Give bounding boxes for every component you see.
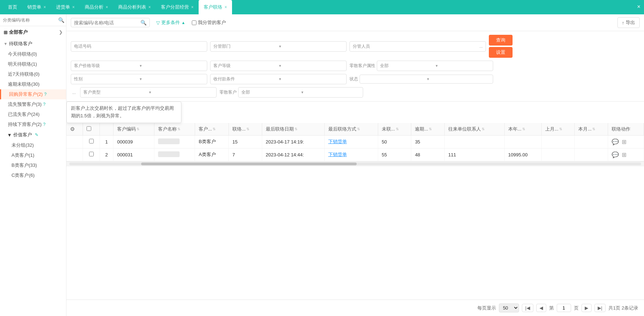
- row1-checkbox[interactable]: [89, 139, 94, 143]
- sidebar-item-tomorrow-pending[interactable]: 明天待联络(1): [0, 59, 66, 69]
- horizontal-scrollbar[interactable]: [66, 161, 644, 166]
- data-table: ⚙ 客户编码 ⇅: [66, 123, 644, 161]
- col-last-month-sort[interactable]: 上月... ⇅: [545, 126, 571, 132]
- gender-select[interactable]: 性别 ▾: [71, 74, 207, 84]
- sidebar-item-repurchase-abnormal[interactable]: 回购异常客户(2) ?: [0, 89, 66, 99]
- status-select[interactable]: ▾: [360, 75, 493, 84]
- filter-more-btn[interactable]: ...: [71, 90, 77, 95]
- sidebar-item-already-lost[interactable]: 已流失客户(24): [0, 109, 66, 119]
- col-last-contact-method-sort[interactable]: 最后联络方式 ⇅: [328, 126, 374, 132]
- col-name-sort[interactable]: 客户名称 ⇅: [158, 126, 191, 132]
- nav-customer-contact[interactable]: 客户联络 ×: [199, 0, 232, 14]
- more-filter-btn[interactable]: ▽ 更多条件 ▲: [153, 18, 188, 27]
- col-overdue-sort[interactable]: 逾期... ⇅: [415, 126, 441, 132]
- first-page-btn[interactable]: |◀: [522, 304, 533, 312]
- close-customer-contact-icon[interactable]: ×: [224, 5, 227, 10]
- row2-actions-container: 💬 ⊞: [612, 151, 640, 158]
- table-settings-icon[interactable]: ⚙: [70, 126, 75, 132]
- customer-level-select[interactable]: 客户等级 ▾: [210, 61, 347, 71]
- sidebar-item-ungroup[interactable]: 未分组(32): [4, 140, 66, 150]
- phone-field[interactable]: 电话号码: [71, 41, 207, 52]
- prev-page-btn[interactable]: ◀: [536, 304, 546, 312]
- row1-chat-icon[interactable]: 💬: [612, 138, 619, 145]
- declining-info-icon[interactable]: ?: [43, 122, 46, 127]
- sidebar-item-today-pending[interactable]: 今天待联络(0): [0, 49, 66, 59]
- my-customers-checkbox[interactable]: [192, 20, 196, 25]
- manager-input[interactable]: [371, 44, 478, 49]
- nav-customer-segmentation[interactable]: 客户分层经营 ×: [156, 0, 199, 14]
- page-number-input[interactable]: [557, 304, 571, 312]
- close-product-analysis-icon[interactable]: ×: [106, 5, 108, 10]
- toolbar-search-icon[interactable]: 🔍: [140, 20, 147, 25]
- select-all-checkbox[interactable]: [87, 126, 91, 131]
- sidebar-all-customers-title[interactable]: ⊞ 全部客户 ❯: [0, 26, 66, 38]
- row1-num: 1: [99, 135, 113, 148]
- top-nav: 首页 销货单 × 进货单 × 商品分析 × 商品分析列表 × 客户分层经营 × …: [0, 0, 644, 14]
- next-page-btn[interactable]: ▶: [582, 304, 592, 312]
- payment-select[interactable]: 收付款条件 ▾: [210, 74, 347, 84]
- row1-contact-method-link[interactable]: 下销货单: [328, 139, 347, 144]
- row1-grid-icon[interactable]: ⊞: [622, 138, 626, 145]
- sidebar-item-c-class[interactable]: C类客户(6): [4, 170, 66, 180]
- window-close-button[interactable]: ×: [637, 4, 640, 10]
- sidebar-item-b-class[interactable]: B类客户(33): [4, 160, 66, 170]
- sidebar-item-overdue-pending[interactable]: 逾期未联络(30): [0, 79, 66, 89]
- customer-type-select[interactable]: 客户类型 ▾: [80, 87, 217, 98]
- value-group-edit-icon[interactable]: ✎: [35, 132, 38, 137]
- nav-sales-order[interactable]: 销货单 ×: [22, 0, 51, 14]
- retail-customer-select[interactable]: 全部 ▾: [238, 87, 363, 98]
- lost-preview-info-icon[interactable]: ?: [43, 102, 46, 107]
- nav-product-analysis[interactable]: 商品分析 ×: [80, 0, 113, 14]
- row2-contact-method-link[interactable]: 下销货单: [328, 152, 347, 157]
- close-purchase-order-icon[interactable]: ×: [72, 5, 75, 10]
- close-customer-segmentation-icon[interactable]: ×: [191, 5, 194, 10]
- content-area: 🔍 ▽ 更多条件 ▲ 我分管的客户 ↑ 导出 电话号码: [66, 14, 644, 316]
- last-page-btn[interactable]: ▶|: [594, 304, 606, 312]
- export-button[interactable]: ↑ 导出: [617, 17, 640, 28]
- sidebar-item-lost-preview[interactable]: 流失预警客户(3) ?: [0, 99, 66, 109]
- col-this-month-sort[interactable]: 本月... ⇅: [578, 126, 604, 132]
- scrollbar-thumb[interactable]: [141, 162, 357, 165]
- row2-grid-icon[interactable]: ⊞: [622, 151, 626, 158]
- nav-home[interactable]: 首页: [3, 0, 22, 14]
- sidebar-value-title[interactable]: ▼ 价值客户 ✎: [4, 129, 66, 140]
- nav-purchase-order[interactable]: 进货单 ×: [51, 0, 80, 14]
- col-contact-sort[interactable]: 联络... ⇅: [232, 126, 258, 132]
- repurchase-info-icon[interactable]: ?: [44, 92, 47, 97]
- sidebar-search-icon[interactable]: 🔍: [58, 17, 64, 23]
- close-product-analysis-list-icon[interactable]: ×: [148, 5, 151, 10]
- query-button[interactable]: 查询: [489, 35, 513, 46]
- row2-chat-icon[interactable]: 💬: [612, 151, 619, 158]
- filter-row-3: 性别 ▾ 收付款条件 ▾ 状态 ▾: [71, 74, 640, 84]
- col-category-sort[interactable]: 客户... ⇅: [199, 126, 225, 132]
- close-sales-order-icon[interactable]: ×: [43, 5, 46, 10]
- col-not-contact-sort[interactable]: 未联... ⇅: [382, 126, 408, 132]
- price-level-select[interactable]: 客户价格等级 ▾: [71, 61, 207, 71]
- branch-dept-select[interactable]: 分管部门 ▾: [210, 41, 347, 52]
- per-page-select[interactable]: 50 20 100: [499, 303, 519, 312]
- sidebar-item-a-class[interactable]: A类客户(1): [4, 150, 66, 160]
- sidebar: 🔍 ⊞ 全部客户 ❯ ▼ 待联络客户 今天待联络(0) 明天待联络(1) 近7天…: [0, 14, 66, 316]
- col-company-contact-sort[interactable]: 往来单位联系人 ⇅: [448, 126, 501, 132]
- manager-input-field[interactable]: 分管人员 ...: [349, 41, 486, 52]
- nav-product-analysis-list[interactable]: 商品分析列表 ×: [113, 0, 156, 14]
- manager-field: 分管人员 ...: [349, 41, 486, 52]
- sidebar-item-declining[interactable]: 持续下滑客户(2) ?: [0, 119, 66, 129]
- phone-input[interactable]: [93, 44, 204, 49]
- toolbar-search-input[interactable]: [74, 20, 139, 25]
- sidebar-pending-title[interactable]: ▼ 待联络客户: [0, 38, 66, 49]
- col-code-sort-icon: ⇅: [136, 127, 139, 131]
- sidebar-search-input[interactable]: [3, 18, 57, 23]
- filter-panel: 电话号码 分管部门 ▾ 分管人员 ... 查询 设置: [66, 31, 644, 102]
- col-last-contact-date-sort[interactable]: 最后联络日期 ⇅: [266, 126, 321, 132]
- sidebar-collapse-btn[interactable]: ❯: [59, 30, 62, 35]
- settings-button[interactable]: 设置: [489, 47, 513, 58]
- row2-checkbox[interactable]: [89, 152, 94, 156]
- col-this-month-sort-icon: ⇅: [592, 127, 595, 131]
- col-code-sort[interactable]: 客户编码 ⇅: [117, 126, 150, 132]
- retail-attr-select[interactable]: 全部 ▾: [377, 61, 493, 71]
- sidebar-item-7days-pending[interactable]: 近7天待联络(0): [0, 69, 66, 79]
- col-this-year-sort[interactable]: 本年... ⇅: [508, 126, 538, 132]
- col-action-header: 联络动作: [608, 123, 644, 136]
- manager-more-icon[interactable]: ...: [479, 44, 483, 48]
